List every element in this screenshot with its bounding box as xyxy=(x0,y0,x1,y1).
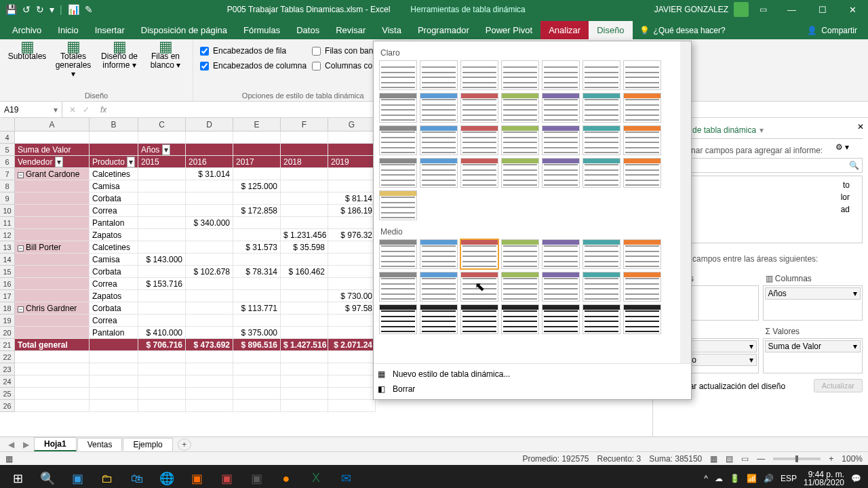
cell[interactable]: 2016 xyxy=(186,156,233,168)
start-button[interactable]: ⊞ xyxy=(3,465,33,488)
cell[interactable]: 2015 xyxy=(138,156,186,168)
style-swatch[interactable] xyxy=(542,304,580,334)
style-swatch[interactable] xyxy=(420,60,458,90)
cell[interactable]: Corbata xyxy=(90,302,138,314)
tray-volume-icon[interactable]: 🔊 xyxy=(764,474,774,483)
tab-design[interactable]: Diseño xyxy=(589,21,632,39)
tb-store-icon[interactable]: 🛍 xyxy=(122,465,152,488)
undo-icon[interactable]: ↺ xyxy=(22,4,31,15)
cell[interactable]: $ 976.32 xyxy=(328,229,376,241)
row-header[interactable]: 12 xyxy=(0,229,15,241)
cell[interactable]: Años ▾ xyxy=(138,144,186,156)
cell[interactable] xyxy=(186,388,233,400)
style-swatch[interactable] xyxy=(460,93,498,123)
row-header[interactable]: 25 xyxy=(0,388,15,400)
style-swatch[interactable] xyxy=(420,93,458,123)
cell[interactable] xyxy=(281,363,328,375)
cell[interactable] xyxy=(90,351,138,363)
qat-chart-icon[interactable]: 📊 xyxy=(68,4,79,15)
cell[interactable]: Zapatos xyxy=(90,229,138,241)
tb-app-0[interactable]: ▣ xyxy=(62,465,92,488)
cell[interactable]: Producto ▾ xyxy=(90,156,138,168)
style-swatch[interactable] xyxy=(623,125,661,155)
cell[interactable] xyxy=(328,168,376,180)
cell[interactable] xyxy=(281,131,328,144)
style-swatch[interactable] xyxy=(501,239,539,269)
area-values[interactable]: Σ Valores Suma de Valor▾ xyxy=(763,325,863,373)
style-swatch[interactable] xyxy=(542,272,580,302)
cell[interactable]: $ 1.231.456 xyxy=(281,229,328,241)
col-F[interactable]: F xyxy=(281,118,328,131)
style-swatch[interactable] xyxy=(583,158,620,188)
row-header[interactable]: 19 xyxy=(0,314,15,327)
cell[interactable] xyxy=(186,351,233,363)
clear-style[interactable]: ◧Borrar xyxy=(374,382,691,396)
tab-review[interactable]: Revisar xyxy=(328,21,374,39)
cell[interactable] xyxy=(233,400,281,412)
style-swatch[interactable] xyxy=(542,125,580,155)
cell[interactable] xyxy=(281,314,328,327)
cell[interactable]: $ 35.598 xyxy=(281,241,328,253)
row-header[interactable]: 13 xyxy=(0,241,15,253)
tab-data[interactable]: Datos xyxy=(288,21,328,39)
cell[interactable]: −Chris Gardner xyxy=(15,302,90,314)
cell[interactable]: $ 706.716 xyxy=(138,339,186,351)
cell[interactable] xyxy=(138,131,186,144)
cell[interactable]: Correa xyxy=(90,205,138,217)
cell[interactable] xyxy=(233,192,281,205)
tb-app-1[interactable]: ▣ xyxy=(182,465,212,488)
cell[interactable] xyxy=(186,278,233,290)
cell[interactable] xyxy=(186,400,233,412)
cell[interactable] xyxy=(281,388,328,400)
row-header[interactable]: 22 xyxy=(0,351,15,363)
cell[interactable] xyxy=(233,278,281,290)
tab-view[interactable]: Vista xyxy=(374,21,410,39)
tray-lang[interactable]: ESP xyxy=(781,474,797,483)
tb-app-2[interactable]: ▣ xyxy=(212,465,241,488)
cell[interactable]: Zapatos xyxy=(90,290,138,302)
tab-home[interactable]: Inicio xyxy=(50,21,86,39)
cell[interactable]: $ 153.716 xyxy=(138,278,186,290)
sheet-nav-next[interactable]: ▶ xyxy=(19,440,33,449)
gear-icon[interactable]: ⚙ ▾ xyxy=(835,142,849,152)
col-B[interactable]: B xyxy=(90,118,138,131)
tab-formulas[interactable]: Fórmulas xyxy=(235,21,288,39)
cell[interactable] xyxy=(186,253,233,266)
cell[interactable]: $ 125.000 xyxy=(233,180,281,192)
style-swatch[interactable] xyxy=(542,239,580,269)
cell[interactable] xyxy=(15,375,90,388)
cell[interactable] xyxy=(328,388,376,400)
grand-totals-button[interactable]: ▦Totales generales ▾ xyxy=(53,42,94,79)
cell[interactable] xyxy=(186,241,233,253)
tray-up-icon[interactable]: ^ xyxy=(704,474,708,483)
cell[interactable] xyxy=(186,180,233,192)
cell[interactable] xyxy=(328,351,376,363)
add-sheet-button[interactable]: + xyxy=(178,439,191,451)
cell[interactable] xyxy=(328,327,376,339)
sheet-tab-ventas[interactable]: Ventas xyxy=(77,438,123,451)
report-layout-button[interactable]: ▦Diseño de informe ▾ xyxy=(99,42,140,79)
style-swatch[interactable] xyxy=(583,304,620,334)
style-swatch[interactable] xyxy=(460,158,498,188)
row-header[interactable]: 16 xyxy=(0,278,15,290)
cell[interactable] xyxy=(328,180,376,192)
style-swatch[interactable] xyxy=(420,239,458,269)
style-swatch[interactable] xyxy=(583,93,620,123)
tb-excel-icon[interactable]: X xyxy=(301,465,331,488)
cell[interactable] xyxy=(233,144,281,156)
ribbon-display-icon[interactable]: ▭ xyxy=(754,5,772,14)
cell[interactable] xyxy=(233,131,281,144)
cell[interactable]: $ 730.00 xyxy=(328,290,376,302)
style-swatch[interactable] xyxy=(501,158,539,188)
cell[interactable]: $ 473.692 xyxy=(186,339,233,351)
cell[interactable] xyxy=(15,327,90,339)
style-swatch[interactable] xyxy=(379,304,417,334)
cell[interactable] xyxy=(233,229,281,241)
row-header[interactable]: 20 xyxy=(0,327,15,339)
style-swatch[interactable] xyxy=(379,93,417,123)
cell[interactable] xyxy=(281,278,328,290)
cell[interactable]: Correa xyxy=(90,314,138,327)
style-swatch[interactable] xyxy=(379,272,417,302)
new-pivot-style[interactable]: ▦Nuevo estilo de tabla dinámica... xyxy=(374,367,691,382)
cell[interactable] xyxy=(90,400,138,412)
